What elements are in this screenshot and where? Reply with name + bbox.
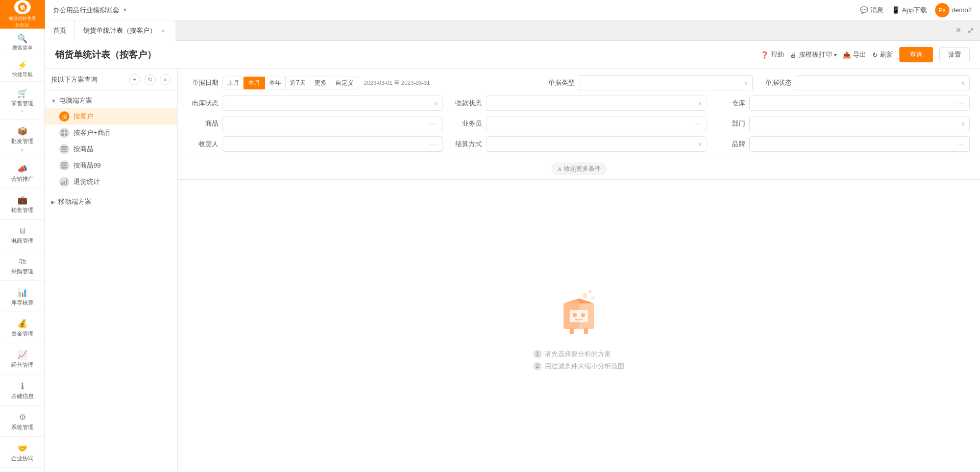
refresh-icon: ↻ (872, 51, 878, 59)
filter-area: 单据日期 上月 本月 本年 近7天 更多 自定义 20 (178, 69, 980, 158)
warehouse-control[interactable]: ··· (749, 96, 970, 111)
tree-item-by-customer-goods[interactable]: 按客户+商品 (45, 125, 177, 141)
by-customer-goods-icon (59, 128, 69, 138)
logo-icon: 畅 (14, 0, 31, 14)
refresh-button[interactable]: ↻ 刷新 (872, 50, 893, 59)
doc-type-control[interactable]: ∨ (579, 75, 753, 90)
sidebar-item-newbie[interactable]: 🌱 新手引导 (0, 468, 45, 472)
date-filter-buttons: 上月 本月 本年 近7天 更多 自定义 (223, 77, 358, 89)
doc-status-control[interactable]: ∨ (796, 75, 970, 90)
svg-rect-11 (61, 167, 67, 169)
sidebar-item-purchase[interactable]: 🛍 采购管理 (0, 250, 45, 281)
svg-point-19 (581, 313, 585, 317)
collapse-conditions-button[interactable]: ∧ 收起更多条件 (551, 162, 607, 175)
receive-status-control[interactable]: ∨ (486, 96, 706, 111)
brand-control[interactable]: ··· (749, 136, 970, 152)
user-profile[interactable]: Ea demo2 (935, 3, 972, 17)
tree-desktop-header[interactable]: ▼ 电脑端方案 (45, 93, 177, 108)
sidebar-item-finance[interactable]: 💰 资金管理 (0, 312, 45, 343)
filter-dept: 部门 ∨ (715, 116, 970, 131)
tab-sales-stats[interactable]: 销货单统计表（按客户） × (75, 20, 176, 41)
sidebar-item-system[interactable]: ⚙ 系统管理 (0, 406, 45, 437)
tree-item-by-goods[interactable]: 按商品 (45, 141, 177, 157)
empty-state: 1 请先选择要分析的方案 2 用过滤条件来缩小分析范围 (178, 180, 980, 471)
tree-item-return-stats[interactable]: 退货统计 (45, 174, 177, 190)
sidebar-item-wholesale[interactable]: 📦 批发管理 ▴ (0, 120, 45, 157)
filter-doc-type: 单据类型 ∨ (544, 75, 753, 90)
tab-close-window-icon[interactable]: × (953, 23, 963, 38)
collapse-panel-button[interactable]: « (160, 74, 171, 85)
tree-mobile-header[interactable]: ▶ 移动端方案 (45, 194, 177, 209)
tab-home[interactable]: 首页 (45, 20, 75, 41)
tree-mobile-section: ▶ 移动端方案 (45, 192, 177, 211)
left-panel-actions: + ↻ « (129, 74, 171, 85)
salesperson-control[interactable]: ··· (486, 116, 706, 131)
company-selector[interactable]: 办公用品行业模拟账套 ▾ (53, 6, 127, 15)
date-btn-this-year[interactable]: 本年 (264, 77, 286, 89)
payment-control[interactable]: ∨ (486, 136, 706, 152)
export-button[interactable]: 📤 导出 (843, 50, 866, 59)
date-btn-this-month[interactable]: 本月 (243, 77, 265, 89)
tree-desktop-arrow: ▼ (51, 98, 56, 104)
sidebar-item-enterprise[interactable]: 🤝 企业协同 (0, 437, 45, 468)
sidebar-item-basic[interactable]: ℹ 基础信息 (0, 374, 45, 406)
date-label: 单据日期 (188, 78, 218, 87)
tab-close-button[interactable]: × (159, 27, 167, 35)
svg-point-21 (589, 290, 592, 293)
svg-rect-4 (61, 133, 64, 136)
system-icon: ⚙ (19, 412, 26, 422)
settings-button[interactable]: 设置 (939, 47, 970, 62)
hint-2-num: 2 (533, 362, 542, 370)
tree-item-by-customer[interactable]: 按 按客户 (45, 108, 177, 125)
filter-salesperson: 业务员 ··· (451, 116, 706, 131)
message-button[interactable]: 💬 消息 (860, 6, 884, 15)
help-button[interactable]: ❓ 帮助 (761, 50, 784, 59)
query-button[interactable]: 查询 (899, 47, 933, 62)
goods-label: 商品 (188, 119, 218, 128)
by-goods-icon (59, 144, 69, 154)
template-print-button[interactable]: 🖨 按模板打印 ▾ (790, 50, 837, 59)
sales-icon: 💼 (17, 195, 28, 205)
svg-rect-23 (570, 328, 574, 334)
retail-arrow: ▾ (21, 109, 23, 114)
refresh-scheme-button[interactable]: ↻ (144, 74, 156, 85)
add-scheme-button[interactable]: + (129, 74, 140, 85)
date-btn-last-month[interactable]: 上月 (223, 77, 244, 89)
logo-subtext: 标账版 (15, 22, 29, 29)
out-status-control[interactable]: ∨ (223, 96, 443, 111)
tab-maximize-icon[interactable]: ⤢ (965, 23, 976, 37)
date-btn-custom[interactable]: 自定义 (331, 77, 358, 89)
top-header: 办公用品行业模拟账套 ▾ 💬 消息 📱 App下载 Ea demo2 (45, 0, 980, 20)
sidebar-item-marketing[interactable]: 📣 营销推广 (0, 157, 45, 188)
print-dropdown-icon[interactable]: ▾ (834, 52, 837, 58)
recipient-control[interactable]: ··· (223, 136, 443, 152)
marketing-icon: 📣 (17, 164, 28, 174)
dept-control[interactable]: ∨ (749, 116, 970, 131)
sidebar-search-menu[interactable]: 🔍 搜索菜单 (0, 29, 45, 56)
receive-status-label: 收款状态 (451, 99, 482, 108)
sidebar-item-inventory[interactable]: 📊 库存核算 (0, 281, 45, 312)
company-dropdown-icon[interactable]: ▾ (124, 7, 127, 13)
date-range-display: 2023-03-01 至 2023-03-31 (364, 79, 430, 87)
goods-control[interactable]: ··· (223, 116, 443, 131)
receive-status-arrow: ∨ (698, 100, 702, 107)
date-btn-last-7-days[interactable]: 近7天 (285, 77, 310, 89)
left-panel-header: 按以下方案查询 + ↻ « (45, 69, 177, 91)
sidebar-item-operations[interactable]: 📈 经营管理 (0, 343, 45, 374)
sidebar-item-retail[interactable]: 🛒 零售管理 ▾ (0, 82, 45, 120)
tree-desktop-label: 电脑端方案 (59, 96, 92, 105)
app-download-button[interactable]: 📱 App下载 (892, 6, 927, 15)
svg-rect-12 (61, 182, 63, 185)
date-btn-more[interactable]: 更多 (310, 77, 331, 89)
sidebar-logo[interactable]: 畅 畅捷信好生意 标账版 (0, 0, 45, 29)
sidebar-quick-nav[interactable]: ⚡ 快捷导航 (0, 56, 45, 82)
home-tab-label: 首页 (53, 26, 66, 35)
out-status-label: 出库状态 (188, 99, 218, 108)
brand-dots: ··· (956, 140, 965, 148)
tree-item-by-goods99[interactable]: 按商品99 (45, 157, 177, 174)
active-tab-label: 销货单统计表（按客户） (83, 26, 156, 35)
sidebar-item-sales[interactable]: 💼 销售管理 (0, 188, 45, 220)
collapse-icon: ∧ (557, 166, 562, 173)
sidebar-item-ecommerce[interactable]: 🖥 电商管理 (0, 220, 45, 250)
enterprise-icon: 🤝 (17, 443, 28, 453)
